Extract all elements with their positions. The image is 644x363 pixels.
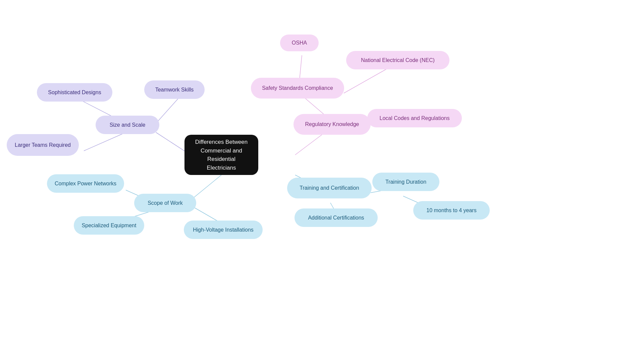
svg-line-4 (194, 175, 221, 198)
regulatory-knowledge-node: Regulatory Knowledge (293, 114, 371, 135)
osha-node: OSHA (280, 35, 319, 51)
sophisticated-label: Sophisticated Designs (48, 89, 101, 96)
osha-label: OSHA (292, 40, 307, 46)
nec-node: National Electrical Code (NEC) (346, 51, 449, 69)
sophisticated-designs-node: Sophisticated Designs (37, 83, 112, 102)
center-node: Differences Between Commercial and Resid… (184, 135, 258, 175)
larger-teams-label: Larger Teams Required (15, 142, 71, 148)
high-voltage-node: High-Voltage Installations (184, 221, 263, 239)
additional-cert-node: Additional Certifications (294, 208, 378, 227)
local-codes-node: Local Codes and Regulations (367, 109, 462, 127)
additional-cert-label: Additional Certifications (308, 215, 364, 221)
size-scale-node: Size and Scale (96, 116, 159, 134)
larger-teams-node: Larger Teams Required (7, 134, 79, 156)
size-scale-label: Size and Scale (110, 122, 146, 128)
local-codes-label: Local Codes and Regulations (379, 115, 449, 121)
teamwork-label: Teamwork Skills (155, 87, 194, 93)
specialized-label: Specialized Equipment (82, 223, 137, 229)
safety-label: Safety Standards Compliance (262, 85, 333, 91)
months-years-node: 10 months to 4 years (413, 201, 490, 220)
complex-label: Complex Power Networks (55, 181, 116, 187)
complex-power-node: Complex Power Networks (47, 174, 124, 193)
training-certification-node: Training and Certification (287, 178, 372, 198)
scope-label: Scope of Work (148, 200, 183, 206)
training-label: Training and Certification (300, 185, 359, 191)
training-duration-node: Training Duration (372, 173, 439, 191)
svg-line-3 (84, 132, 126, 151)
specialized-equipment-node: Specialized Equipment (74, 216, 144, 235)
center-label: Differences Between Commercial and Resid… (191, 138, 252, 172)
months-years-label: 10 months to 4 years (426, 207, 476, 214)
duration-label: Training Duration (385, 179, 426, 185)
nec-label: National Electrical Code (NEC) (361, 57, 435, 63)
regulatory-label: Regulatory Knowledge (305, 121, 359, 127)
teamwork-skills-node: Teamwork Skills (144, 80, 205, 99)
scope-of-work-node: Scope of Work (134, 194, 196, 212)
high-voltage-label: High-Voltage Installations (193, 227, 254, 233)
safety-standards-node: Safety Standards Compliance (251, 78, 344, 99)
